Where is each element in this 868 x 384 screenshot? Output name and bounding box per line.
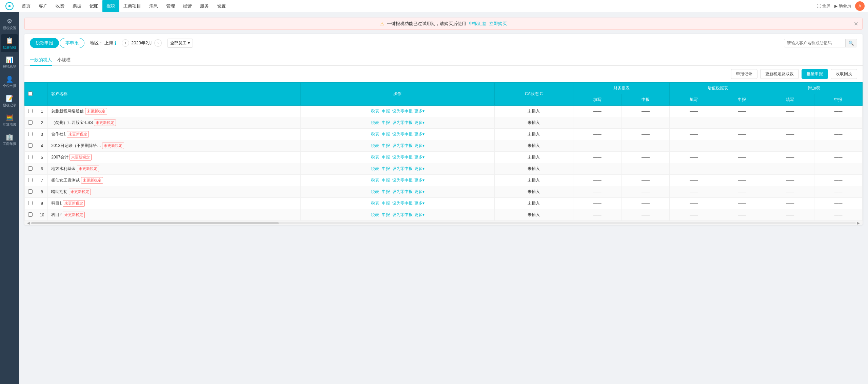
financial-fill-cell: —— — [573, 152, 622, 163]
declare-record-button[interactable]: 申报记录 — [731, 69, 757, 79]
row-checkbox-1[interactable] — [28, 120, 33, 125]
close-icon[interactable]: ✕ — [854, 21, 858, 27]
set-zero-button[interactable]: 设为零申报 — [392, 132, 413, 136]
row-checkbox-7[interactable] — [28, 189, 33, 194]
search-input[interactable] — [784, 39, 845, 47]
select-all-checkbox[interactable] — [28, 91, 33, 96]
report-link[interactable]: 申报汇签 — [469, 21, 487, 27]
staff-dropdown[interactable]: 全部员工 ▾ — [167, 39, 193, 48]
sidebar-item-报税设置[interactable]: ⚙报税设置 — [1, 15, 18, 33]
set-zero-button[interactable]: 设为零申报 — [392, 143, 413, 148]
tax-form-button[interactable]: 税表 — [371, 143, 379, 148]
set-zero-button[interactable]: 设为零申报 — [392, 166, 413, 171]
zero-declare-tab[interactable]: 零申报 — [60, 38, 84, 48]
sidebar-item-报税总览[interactable]: 📊报税总览 — [1, 54, 18, 71]
row-checkbox-3[interactable] — [28, 143, 33, 148]
nav-item-工商项目[interactable]: 工商项目 — [119, 0, 145, 12]
nav-item-记账[interactable]: 记账 — [85, 0, 102, 12]
batch-declare-button[interactable]: 批量申报 — [802, 69, 828, 79]
member-icon: ▶ — [834, 4, 837, 8]
declare-button[interactable]: 申报 — [382, 143, 390, 148]
nav-item-客户[interactable]: 客户 — [35, 0, 52, 12]
staff-label: 全部员工 — [170, 40, 186, 46]
declare-button[interactable]: 申报 — [382, 189, 390, 194]
sidebar-item-批量报税[interactable]: 📋批量报税 — [1, 34, 18, 52]
more-button[interactable]: 更多▾ — [414, 155, 425, 159]
tax-form-button[interactable]: 税表 — [371, 166, 379, 171]
set-zero-button[interactable]: 设为零申报 — [392, 189, 413, 194]
nav-item-设置[interactable]: 设置 — [213, 0, 230, 12]
set-zero-button[interactable]: 设为零申报 — [392, 201, 413, 206]
collect-receipt-button[interactable]: 收取回执 — [831, 69, 857, 79]
more-button[interactable]: 更多▾ — [414, 120, 425, 125]
nav-item-经营[interactable]: 经营 — [179, 0, 196, 12]
nav-item-报税[interactable]: 报税 — [102, 0, 119, 12]
nav-item-首页[interactable]: 首页 — [18, 0, 35, 12]
more-button[interactable]: 更多▾ — [414, 132, 425, 136]
set-zero-button[interactable]: 设为零申报 — [392, 155, 413, 159]
row-checkbox-6[interactable] — [28, 178, 33, 182]
tax-form-button[interactable]: 税表 — [371, 132, 379, 136]
row-checkbox-9[interactable] — [28, 212, 33, 217]
small-scale-tab[interactable]: 小规模 — [57, 55, 71, 66]
row-checkbox-8[interactable] — [28, 201, 33, 205]
sidebar-item-汇算清缴[interactable]: 🧮汇算清缴 — [1, 111, 18, 129]
sidebar-item-报税记录[interactable]: 📝报税记录 — [1, 92, 18, 110]
member-button[interactable]: ▶ 畅会员 — [834, 3, 851, 9]
row-checkbox-4[interactable] — [28, 155, 33, 159]
status-tag: 未更新税定 — [70, 154, 92, 161]
tax-form-button[interactable]: 税表 — [371, 201, 379, 206]
nav-item-消息[interactable]: 消息 — [145, 0, 162, 12]
set-zero-button[interactable]: 设为零申报 — [392, 212, 413, 217]
tax-declare-tab[interactable]: 税款申报 — [30, 38, 59, 48]
declare-button[interactable]: 申报 — [382, 201, 390, 206]
nav-item-收费[interactable]: 收费 — [52, 0, 68, 12]
more-button[interactable]: 更多▾ — [414, 201, 425, 206]
info-icon[interactable]: ℹ — [115, 41, 116, 46]
row-checkbox-5[interactable] — [28, 166, 33, 171]
tax-form-button[interactable]: 税表 — [371, 155, 379, 159]
tax-form-button[interactable]: 税表 — [371, 212, 379, 217]
declare-button[interactable]: 申报 — [382, 155, 390, 159]
row-checkbox-0[interactable] — [28, 109, 33, 113]
declare-button[interactable]: 申报 — [382, 109, 390, 113]
next-month-button[interactable]: › — [154, 39, 162, 47]
more-button[interactable]: 更多▾ — [414, 166, 425, 171]
general-taxpayer-tab[interactable]: 一般的税人 — [30, 55, 52, 66]
avatar[interactable]: A — [855, 1, 865, 11]
set-zero-button[interactable]: 设为零申报 — [392, 120, 413, 125]
set-zero-button[interactable]: 设为零申报 — [392, 178, 413, 183]
more-button[interactable]: 更多▾ — [414, 143, 425, 148]
tax-form-button[interactable]: 税表 — [371, 189, 379, 194]
tax-form-button[interactable]: 税表 — [371, 178, 379, 183]
declare-button[interactable]: 申报 — [382, 212, 390, 217]
scroll-right-button[interactable]: ▶ — [856, 220, 861, 225]
search-button[interactable]: 🔍 — [845, 39, 857, 47]
sidebar-item-个税申报[interactable]: 👤个税申报 — [1, 73, 18, 91]
more-button[interactable]: 更多▾ — [414, 212, 425, 217]
more-button[interactable]: 更多▾ — [414, 178, 425, 183]
prev-month-button[interactable]: ‹ — [122, 39, 129, 47]
set-zero-button[interactable]: 设为零申报 — [392, 109, 413, 113]
sidebar-item-工商年报[interactable]: 🏢工商年报 — [1, 131, 18, 149]
more-button[interactable]: 更多▾ — [414, 189, 425, 194]
top-navigation: 首页客户收费票据记账报税工商项目消息管理经营服务设置 ⛶ 全屏 ▶ 畅会员 A — [0, 0, 868, 12]
tax-form-button[interactable]: 税表 — [371, 120, 379, 125]
row-checkbox-2[interactable] — [28, 132, 33, 136]
update-tax-button[interactable]: 更新税定及取数 — [760, 69, 799, 79]
fullscreen-button[interactable]: ⛶ 全屏 — [817, 3, 830, 9]
nav-item-服务[interactable]: 服务 — [196, 0, 213, 12]
scroll-left-button[interactable]: ◀ — [26, 220, 31, 225]
more-button[interactable]: 更多▾ — [414, 109, 425, 113]
buy-link[interactable]: 立即购买 — [489, 21, 507, 27]
declare-button[interactable]: 申报 — [382, 120, 390, 125]
declare-button[interactable]: 申报 — [382, 166, 390, 171]
nav-item-票据[interactable]: 票据 — [68, 0, 85, 12]
logo[interactable] — [3, 0, 16, 12]
declare-button[interactable]: 申报 — [382, 132, 390, 136]
tax-form-button[interactable]: 税表 — [371, 109, 379, 113]
financial-fill-cell: —— — [573, 209, 622, 221]
nav-item-管理[interactable]: 管理 — [162, 0, 179, 12]
scroll-track[interactable] — [31, 222, 856, 224]
declare-button[interactable]: 申报 — [382, 178, 390, 183]
